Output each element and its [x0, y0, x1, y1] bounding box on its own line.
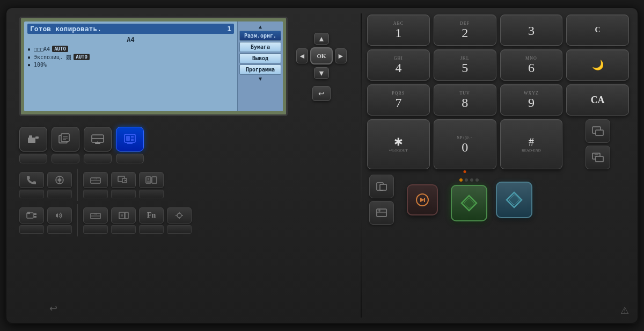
btn-scan-send: [111, 172, 136, 198]
key-c[interactable]: C: [566, 15, 629, 46]
lcd-row-1: ▪ □□□А4 AUTO: [27, 46, 234, 52]
key-3[interactable]: 3: [500, 15, 563, 46]
key-0[interactable]: SP/@.- 0: [434, 119, 496, 169]
mode-btn-fax: [19, 127, 47, 163]
bottom-button-rows: □1: [19, 169, 354, 236]
scan-send-button[interactable]: [111, 172, 136, 188]
btn-row-2: □2: [19, 204, 354, 236]
lcd-row-3: ▪ 100%: [27, 62, 234, 68]
volume-button[interactable]: [47, 207, 72, 224]
fax2-button[interactable]: [19, 207, 44, 224]
lcd-row3-icon: ▪ 100%: [27, 62, 47, 68]
store-button[interactable]: [111, 207, 136, 224]
btn-tray2: □2: [83, 207, 108, 234]
active-mode-label[interactable]: [116, 154, 144, 163]
svg-rect-34: [34, 216, 36, 218]
lcd-title: Готов копировать.: [30, 25, 101, 33]
key-4[interactable]: GHI 4: [367, 49, 430, 81]
fax-mode-button[interactable]: [19, 127, 47, 152]
lcd-arrow-up: ▲: [239, 24, 281, 30]
key-9[interactable]: WXYZ 9: [500, 84, 563, 116]
key-ca[interactable]: CA: [566, 84, 629, 116]
dot-3: [470, 178, 473, 182]
lcd-menu-item-3[interactable]: Вывод: [239, 53, 281, 63]
phone-button[interactable]: [19, 172, 44, 188]
id-copy-button[interactable]: [139, 172, 164, 188]
network-button[interactable]: [47, 172, 72, 188]
tray1-button-label[interactable]: [83, 190, 108, 198]
volume-button-label[interactable]: [47, 225, 72, 234]
copy-mode-button[interactable]: [52, 127, 79, 152]
nav-back-button[interactable]: ↩: [312, 86, 331, 101]
svg-rect-4: [61, 134, 69, 141]
nav-right-button[interactable]: ►: [335, 48, 347, 63]
brightness-button[interactable]: [167, 207, 192, 224]
key-hash[interactable]: # READ-END: [500, 119, 563, 169]
key-2[interactable]: DEF 2: [434, 15, 496, 46]
start-blue-button[interactable]: [496, 182, 532, 218]
lcd-menu-item-2[interactable]: Бумага: [239, 42, 281, 52]
tray2-button[interactable]: □2: [83, 207, 108, 224]
left-section: Готов копировать. 1 А4 ▪ □□□А4 AUTO ▪ Эк…: [6, 8, 361, 323]
scan-mode-button[interactable]: [84, 127, 112, 152]
phone-button-label[interactable]: [19, 190, 44, 198]
lcd-display: Готов копировать. 1 А4 ▪ □□□А4 AUTO ▪ Эк…: [19, 17, 288, 116]
svg-rect-1: [29, 135, 32, 138]
start-green-group: [451, 178, 487, 221]
copy-mode-label[interactable]: [52, 154, 79, 163]
fn-button[interactable]: Fn: [139, 207, 164, 224]
side-btn-2[interactable]: [586, 146, 610, 169]
btn-fax2: [19, 207, 44, 234]
fax-mode-label[interactable]: [19, 154, 47, 163]
svg-rect-55: [377, 209, 386, 217]
lcd-count: 1: [227, 25, 231, 33]
key-7[interactable]: PQRS 7: [367, 84, 430, 116]
key-5[interactable]: JKL 5: [434, 49, 496, 81]
side-action-buttons: [566, 119, 629, 169]
svg-rect-15: [131, 139, 134, 141]
nav-down-button[interactable]: ▼: [314, 67, 329, 79]
nav-ok-button[interactable]: OK: [310, 47, 333, 64]
lcd-menu-item-1[interactable]: Разм.ориг.: [239, 31, 281, 41]
right-main-area: ABC 1 DEF 2 3 C: [367, 15, 629, 225]
key-8[interactable]: TUV 8: [434, 84, 496, 116]
tray1-button[interactable]: □1: [83, 172, 108, 188]
brightness-button-label[interactable]: [167, 225, 192, 234]
stop-button[interactable]: [407, 184, 438, 215]
fn-button-label[interactable]: [139, 225, 164, 234]
side-btn-4[interactable]: [369, 201, 394, 225]
svg-rect-2: [35, 136, 39, 139]
svg-point-57: [378, 210, 380, 212]
key-1[interactable]: ABC 1: [367, 15, 430, 46]
tray2-button-label[interactable]: [83, 225, 108, 234]
nav-left-button[interactable]: ◄: [296, 48, 308, 63]
side-btn-3[interactable]: [369, 175, 394, 198]
svg-rect-13: [126, 136, 130, 141]
lcd-row2-icon: ▪ Экспозиц. 🖼: [27, 54, 71, 60]
lcd-paper: А4: [27, 35, 234, 44]
start-green-button[interactable]: [451, 185, 487, 221]
side-btn-1[interactable]: [586, 119, 610, 143]
svg-rect-32: [27, 212, 30, 214]
bottom-right-warning-icon[interactable]: ⚠: [620, 305, 629, 316]
key-6[interactable]: MNO 6: [500, 49, 563, 81]
svg-rect-50: [596, 156, 603, 162]
scan-send-button-label[interactable]: [111, 190, 136, 198]
key-sleep[interactable]: 🌙: [566, 49, 629, 81]
store-button-label[interactable]: [111, 225, 136, 234]
btn-row-1: □1: [19, 169, 354, 201]
network-button-label[interactable]: [47, 190, 72, 198]
key-star[interactable]: ✱ ↩LOGOUT: [367, 119, 430, 169]
svg-rect-38: [119, 212, 125, 219]
lcd-menu-item-4[interactable]: Программа: [239, 64, 281, 75]
scan-mode-label[interactable]: [84, 154, 112, 163]
bottom-left-icon[interactable]: ↩: [49, 303, 57, 314]
lcd-badge-1: AUTO: [52, 46, 68, 52]
id-copy-button-label[interactable]: [139, 190, 164, 198]
divider-2: [77, 204, 78, 236]
nav-up-button[interactable]: ▲: [314, 33, 329, 45]
active-mode-button[interactable]: [116, 127, 144, 152]
fax2-button-label[interactable]: [19, 225, 44, 234]
lcd-arrow-down: ▼: [239, 76, 281, 82]
svg-text:□2: □2: [94, 213, 97, 215]
